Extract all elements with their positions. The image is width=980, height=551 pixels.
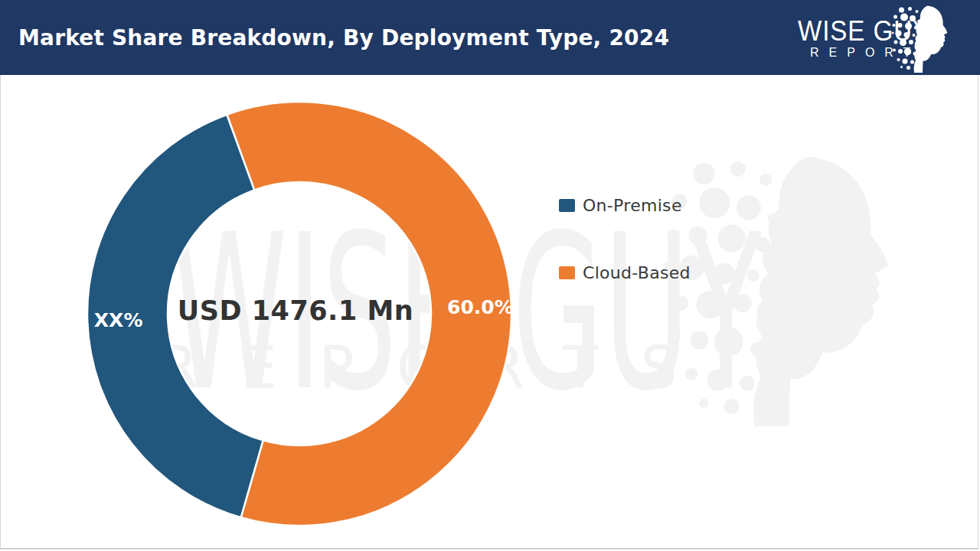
legend: On-Premise Cloud-Based — [559, 196, 691, 282]
legend-label: Cloud-Based — [583, 263, 691, 282]
chart-area: WISE GUY REPORTS 60.0%XX% USD 1476.1 Mn … — [0, 75, 978, 549]
donut-center-value: USD 1476.1 Mn — [142, 295, 449, 326]
logo-face-icon — [890, 5, 948, 73]
legend-item-cloud-based[interactable]: Cloud-Based — [559, 263, 691, 282]
legend-label: On-Premise — [583, 196, 682, 215]
legend-item-on-premise[interactable]: On-Premise — [559, 196, 691, 215]
page-title: Market Share Breakdown, By Deployment Ty… — [18, 0, 669, 75]
legend-swatch-cloud-based — [559, 266, 575, 279]
header-bar: Market Share Breakdown, By Deployment Ty… — [0, 0, 980, 75]
legend-swatch-on-premise — [559, 199, 575, 212]
slice-label-cloud-based: 60.0% — [447, 296, 514, 318]
page: Market Share Breakdown, By Deployment Ty… — [0, 0, 980, 551]
wise-guy-logo: WISE GUY REPORTS — [793, 3, 974, 73]
slice-label-on-premise: XX% — [94, 309, 143, 331]
